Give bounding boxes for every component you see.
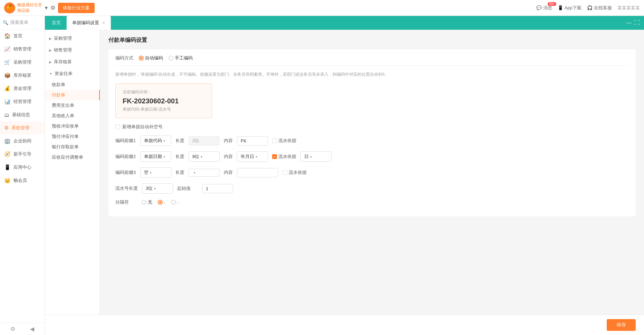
- prefix2-select[interactable]: 单据日期 ▾: [140, 151, 171, 162]
- dropdown-icon[interactable]: ▾: [45, 4, 48, 11]
- sub-group-purchase: ▶ 采购管理: [45, 32, 100, 44]
- tab-home[interactable]: 首页: [46, 16, 67, 30]
- industry-btn[interactable]: 体验行业方案: [58, 3, 95, 13]
- length1-label: 长度: [175, 138, 184, 144]
- chevron-right-icon: ▶: [49, 60, 52, 64]
- stream3-checkbox[interactable]: [282, 170, 287, 175]
- sidebar-item-inventory[interactable]: 📦 库存核算: [0, 69, 45, 82]
- topbar-right: 💬 消息 99+ 📱 App下载 🎧 在线客服 某某某某某: [536, 5, 640, 11]
- serial-length-label: 流水号长度: [115, 185, 138, 192]
- main-wrap: 首页 单据编码设置 × — ⛶ ▶ 采购管理: [45, 16, 644, 335]
- radio-manual-encode[interactable]: 手工编码: [169, 55, 193, 61]
- stream1-checkbox[interactable]: [272, 138, 277, 143]
- content3-label: 内容: [224, 169, 233, 176]
- sidebar-item-finance[interactable]: 💰 资金管理: [0, 82, 45, 95]
- prefix3-select[interactable]: 空 ▾: [140, 167, 171, 178]
- form-card: 编码方式 自动编码 手工编码: [108, 49, 636, 216]
- content3-input[interactable]: [237, 168, 278, 177]
- stream3-checkbox-group: 流水依据: [282, 169, 307, 176]
- auto-fill-label: 新增单据自动补空号: [122, 124, 163, 130]
- settings-icon[interactable]: ⚙: [50, 4, 55, 11]
- sub-group-capital-header[interactable]: ▼ 资金往来: [45, 68, 100, 80]
- stream2-label: 流水依据: [278, 153, 296, 160]
- sidebar-item-operation[interactable]: 📊 经营管理: [0, 95, 45, 108]
- prefix1-select[interactable]: 单据代码 ▾: [140, 136, 171, 146]
- serial-length-select[interactable]: 3位 ▾: [142, 183, 173, 194]
- purchase-icon: 🛒: [4, 59, 11, 65]
- company-icon: 🏢: [4, 138, 11, 144]
- search-menu[interactable]: 🔍 搜索菜单: [0, 16, 45, 29]
- sub-menu-payment[interactable]: 付款单: [45, 90, 100, 100]
- start-value-input[interactable]: [202, 184, 233, 193]
- auto-fill-checkbox[interactable]: [115, 124, 120, 129]
- app-icon: 📱: [558, 5, 563, 10]
- finance-icon: 💰: [4, 85, 11, 92]
- prefix3-arrow-icon: ▾: [150, 171, 152, 175]
- tab-bar-right: — ⛶: [626, 20, 643, 26]
- encode-method-row: 编码方式 自动编码 手工编码: [115, 55, 629, 66]
- sidebar-item-appstore[interactable]: 📱 应用中心: [0, 161, 45, 174]
- prefix2-label: 编码前缀2: [115, 153, 136, 160]
- sidebar-item-basic[interactable]: 🗂 基础信息: [0, 108, 45, 121]
- sub-group-inventory: ▶ 库存核算: [45, 56, 100, 68]
- sidebar-item-guide[interactable]: 🧭 新手引导: [0, 148, 45, 161]
- stream2-checkbox[interactable]: ✓: [272, 154, 277, 159]
- sidebar-item-purchase[interactable]: 🛒 采购管理: [0, 56, 45, 69]
- content1-input[interactable]: [237, 136, 268, 146]
- stream-period-select[interactable]: 日 ▾: [300, 151, 331, 162]
- preview-label: 当前编码示例：: [123, 89, 205, 95]
- sub-menu-other-income[interactable]: 其他收入单: [45, 111, 100, 121]
- sidebar-item-company[interactable]: 🏢 企业协同: [0, 134, 45, 148]
- sub-menu-bank[interactable]: 银行存取款单: [45, 142, 100, 152]
- sep-none[interactable]: 无: [142, 199, 152, 205]
- sidebar-item-member[interactable]: 👑 畅会员: [0, 174, 45, 187]
- sub-menu-adjustment[interactable]: 应收应付调整单: [45, 152, 100, 162]
- stream1-label: 流水依据: [278, 138, 296, 144]
- msg-btn[interactable]: 💬 消息 99+: [536, 5, 552, 11]
- operation-icon: 📊: [4, 99, 11, 105]
- prefix2-arrow-icon: ▾: [163, 155, 165, 159]
- sub-menu-prepayment-receivable[interactable]: 预收冲应收单: [45, 121, 100, 131]
- service-icon: 🎧: [587, 5, 593, 10]
- footer-collapse-icon[interactable]: ◀: [30, 326, 34, 332]
- sub-group-sales-header[interactable]: ▶ 销售管理: [45, 44, 100, 56]
- online-service-btn[interactable]: 🎧 在线客服: [587, 5, 612, 11]
- sidebar-item-system[interactable]: ⚙ 系统管理: [0, 121, 45, 134]
- length2-label: 长度: [175, 153, 184, 160]
- sub-group-inventory-header[interactable]: ▶ 库存核算: [45, 56, 100, 68]
- sidebar: 🔍 搜索菜单 🏠 首页 📈 销售管理 🛒 采购管理 📦 库存核算 💰 资金管理 …: [0, 16, 45, 335]
- radio-auto-encode[interactable]: 自动编码: [139, 55, 163, 61]
- sep-dot2[interactable]: ·: [171, 200, 179, 205]
- content2-select[interactable]: 年月日 ▾: [237, 151, 268, 162]
- info-text: 新增单据时，'单据编码'自动生成，不可编辑。前缀设置为部门、业务员等档案类。开单…: [115, 71, 629, 78]
- sub-group-purchase-header[interactable]: ▶ 采购管理: [45, 32, 100, 44]
- basic-icon: 🗂: [4, 112, 9, 118]
- app-download-btn[interactable]: 📱 App下载: [558, 5, 581, 11]
- logo-text: 畅捷通好生意 旗品版: [17, 2, 42, 13]
- tab-encode-settings[interactable]: 单据编码设置 ×: [67, 16, 111, 30]
- serial-row: 流水号长度 3位 ▾ 起始值: [115, 183, 629, 194]
- tab-max-icon[interactable]: ⛶: [634, 20, 640, 26]
- sep-dot1[interactable]: ·: [158, 200, 165, 205]
- sidebar-item-sales[interactable]: 📈 销售管理: [0, 43, 45, 56]
- length3-select[interactable]: ▾: [189, 169, 220, 177]
- topbar-controls: ▾ ⚙ 体验行业方案: [45, 3, 95, 13]
- logo: 🍊 畅捷通好生意 旗品版: [4, 2, 42, 13]
- sub-menu-receipt[interactable]: 收款单: [45, 80, 100, 90]
- sidebar-item-home[interactable]: 🏠 首页: [0, 29, 45, 43]
- prefix1-arrow-icon: ▾: [163, 139, 165, 143]
- tab-close-icon[interactable]: ×: [103, 20, 105, 25]
- content1-label: 内容: [224, 138, 233, 144]
- search-icon: 🔍: [3, 20, 8, 25]
- tab-min-icon[interactable]: —: [626, 20, 632, 26]
- sub-menu-expense[interactable]: 费用支出单: [45, 100, 100, 111]
- separator-label: 分隔符: [115, 199, 136, 205]
- sub-menu-prepayment-payable[interactable]: 预付冲应付单: [45, 131, 100, 142]
- msg-badge: 99+: [548, 2, 556, 6]
- separator-row: 分隔符 无 · ·: [115, 199, 629, 205]
- save-button[interactable]: 保存: [607, 319, 636, 331]
- length2-select[interactable]: 8位 ▾: [189, 151, 220, 162]
- footer-settings-icon[interactable]: ⚙: [10, 326, 15, 332]
- topbar: 🍊 畅捷通好生意 旗品版 ▾ ⚙ 体验行业方案 💬 消息 99+ 📱 App下载…: [0, 0, 644, 16]
- user-name[interactable]: 某某某某某: [617, 5, 640, 11]
